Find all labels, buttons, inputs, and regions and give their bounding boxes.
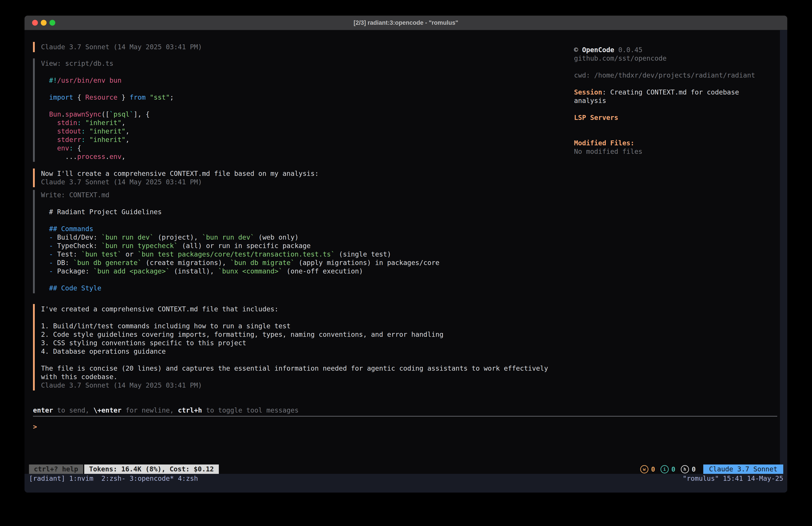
warning-count: 0 (651, 465, 655, 473)
keybinding-hint: enter to send, \+enter for newline, ctrl… (33, 406, 299, 415)
tmux-window-list[interactable]: [radiant] 1:nvim 2:zsh- 3:opencode* 4:zs… (29, 474, 198, 483)
tool-output-view-lines: View: script/db.ts #!/usr/bin/env bun im… (41, 59, 174, 161)
assistant-message-2: Now I'll create a comprehensive CONTEXT.… (33, 169, 319, 187)
tool-output-view-db-ts: View: script/db.ts #!/usr/bin/env bun im… (33, 58, 174, 162)
hint-count: 0 (692, 465, 696, 473)
assistant-message-3-lines: I've created a comprehensive CONTEXT.md … (41, 305, 548, 389)
assistant-message-2-lines: Now I'll create a comprehensive CONTEXT.… (41, 169, 319, 186)
help-button[interactable]: ctrl+? help (29, 465, 83, 474)
close-button[interactable] (32, 20, 38, 26)
input-separator (33, 416, 777, 416)
info-circle-icon: i (661, 465, 669, 473)
tmux-status-bar: [radiant] 1:nvim 2:zsh- 3:opencode* 4:zs… (25, 474, 787, 493)
tmux-host-clock: "romulus" 15:41 14-May-25 (683, 474, 783, 483)
diagnostics-hints: h 0 (681, 465, 696, 473)
window-controls (32, 20, 55, 26)
assistant-message-3: I've created a comprehensive CONTEXT.md … (33, 304, 548, 390)
assistant-message-1-lines: Claude 3.7 Sonnet (14 May 2025 03:41 PM) (41, 43, 202, 51)
minimize-button[interactable] (41, 20, 47, 26)
tool-output-write-context-md: Write: CONTEXT.md # Radiant Project Guid… (33, 190, 439, 293)
opencode-status-bar: ctrl+? help Tokens: 16.4K (8%), Cost: $0… (29, 465, 783, 474)
session-sidebar: © OpenCode 0.0.45github.com/sst/opencode… (574, 46, 755, 156)
prompt-input[interactable]: > (33, 423, 777, 431)
tool-output-write-lines: Write: CONTEXT.md # Radiant Project Guid… (41, 191, 439, 293)
desktop: { "window": { "title": "[2/3] radiant:3:… (0, 0, 812, 526)
model-badge[interactable]: Claude 3.7 Sonnet (703, 465, 783, 474)
diagnostics-info: i 0 (661, 465, 676, 473)
terminal-window: [2/3] radiant:3:opencode - "romulus" Cla… (25, 16, 787, 493)
tmux-status-row: [radiant] 1:nvim 2:zsh- 3:opencode* 4:zs… (29, 474, 783, 483)
window-titlebar: [2/3] radiant:3:opencode - "romulus" (25, 16, 787, 30)
session-sidebar-lines: © OpenCode 0.0.45github.com/sst/opencode… (574, 46, 755, 156)
diagnostics-counters: w 0 i 0 h 0 (640, 465, 696, 473)
assistant-message-1: Claude 3.7 Sonnet (14 May 2025 03:41 PM) (33, 42, 202, 52)
warning-circle-icon: w (640, 465, 649, 473)
terminal-right-gutter (780, 30, 787, 474)
hint-circle-icon: h (681, 465, 689, 473)
info-count: 0 (671, 465, 676, 473)
tokens-cost-badge: Tokens: 16.4K (8%), Cost: $0.12 (84, 465, 219, 474)
window-title: [2/3] radiant:3:opencode - "romulus" (354, 19, 458, 26)
diagnostics-warnings: w 0 (640, 465, 655, 473)
zoom-button[interactable] (49, 20, 55, 26)
